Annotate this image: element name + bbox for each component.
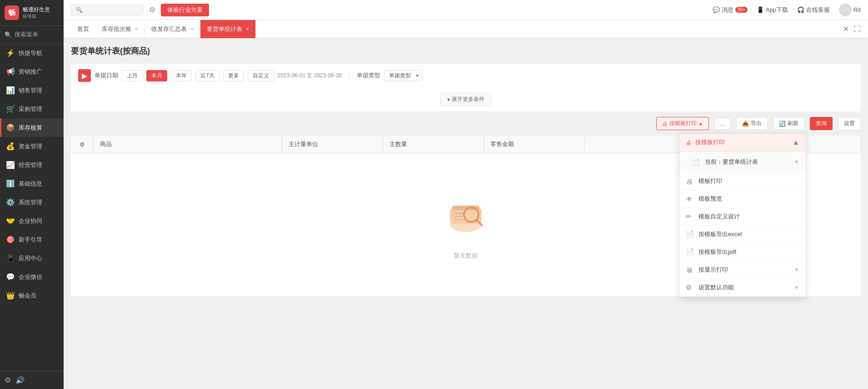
sidebar-item-purchase[interactable]: 🛒 采购管理 — [0, 100, 64, 118]
trial-btn[interactable]: 体验行业方案 — [161, 4, 209, 16]
tab-batch[interactable]: 库存批次账 × — [95, 20, 145, 38]
settings-footer-icon[interactable]: ⚙ — [5, 376, 11, 384]
topbar-gear-icon[interactable]: ⚙ — [149, 5, 155, 14]
current-template-arrow: ▼ — [794, 159, 799, 165]
username-label: Rit — [853, 6, 861, 13]
more-options-btn[interactable]: ... — [714, 118, 731, 130]
export-btn[interactable]: 📤 导出 — [736, 117, 768, 130]
refresh-btn[interactable]: 🔄 刷新 — [773, 117, 804, 130]
template-print-icon: 🖨 — [686, 177, 694, 185]
query-label: 查询 — [816, 120, 827, 127]
app-download-btn[interactable]: 📱 App下载 — [757, 6, 788, 14]
template-custom-item[interactable]: ✏ 模板自定义设计 — [679, 208, 806, 226]
th-product: 商品 — [94, 136, 282, 153]
print-dropdown-title-text: 按模板打印 — [695, 138, 725, 147]
filter-expand-icon[interactable]: ▶ — [78, 69, 91, 82]
print-btn[interactable]: 🖨 按模板打印 ▲ — [656, 117, 709, 130]
online-service-btn[interactable]: 🎧 在线客服 — [797, 6, 830, 14]
sidebar-item-newbie[interactable]: 🎯 新手引导 — [0, 230, 64, 249]
main-content: 🔍 ⚙ 体验行业方案 💬 消息 99+ 📱 App下载 🎧 在线客服 Rit — [64, 0, 868, 389]
tabbar: 首页 库存批次账 × 收发存汇总表 × 要货单统计表 × ✕ ⛶ — [64, 20, 868, 38]
sidebar-item-finance[interactable]: 💰 资金管理 — [0, 137, 64, 156]
print-dropdown-title-icon: 🖨 — [686, 139, 692, 146]
tab-receivable-close[interactable]: × — [190, 26, 194, 32]
topbar-right: 💬 消息 99+ 📱 App下载 🎧 在线客服 Rit — [713, 4, 861, 16]
sound-footer-icon[interactable]: 🔊 — [15, 376, 25, 384]
message-badge: 99+ — [735, 7, 748, 13]
date-prev-btn[interactable]: 上月 — [122, 70, 143, 81]
window-expand-icon[interactable]: ⛶ — [853, 25, 861, 33]
sidebar-item-member[interactable]: 👑 畅会员 — [0, 286, 64, 305]
tab-order-stat-close[interactable]: × — [246, 26, 249, 32]
sidebar-item-quicknav[interactable]: ⚡ 快捷导航 — [0, 44, 64, 62]
topbar-search[interactable]: 🔍 — [71, 5, 144, 15]
query-btn[interactable]: 查询 — [810, 117, 833, 130]
message-btn[interactable]: 💬 消息 99+ — [713, 6, 748, 14]
sidebar-item-system[interactable]: ⚙️ 系统管理 — [0, 193, 64, 212]
export-label: 导出 — [751, 120, 762, 127]
order-type-label: 单据类型 — [357, 71, 380, 80]
app-name: 畅通好生意 — [23, 6, 50, 14]
sidebar-search[interactable]: 🔍 搜索菜单 — [0, 26, 64, 44]
wechat-icon: 💬 — [6, 273, 15, 281]
tab-home[interactable]: 首页 — [71, 20, 95, 38]
online-service-icon: 🎧 — [797, 6, 804, 13]
sidebar-item-basic[interactable]: ℹ️ 基础信息 — [0, 174, 64, 193]
template-print-label: 模板打印 — [698, 177, 722, 185]
purchase-icon: 🛒 — [6, 105, 15, 113]
sidebar-logo: 畅 畅通好生意 标准版 — [0, 0, 64, 26]
template-preview-item[interactable]: 👁 模板预览 — [679, 190, 806, 208]
sidebar-item-sales[interactable]: 📊 销售管理 — [0, 81, 64, 100]
expand-more-btn[interactable]: ▾ 展开更多条件 — [440, 93, 491, 106]
date-custom-btn[interactable]: 自定义 — [248, 70, 274, 81]
window-close-icon[interactable]: ✕ — [843, 25, 849, 33]
tab-order-stat[interactable]: 要货单统计表 × — [200, 20, 256, 38]
operations-label: 经营管理 — [19, 161, 42, 169]
print-dropdown-close-icon[interactable]: ▲ — [792, 138, 799, 147]
print-dropdown: 🖨 按模板打印 ▲ 📄 当前：要货单统计表 ▼ 🖨 模板打印 — [679, 133, 806, 297]
sidebar-item-marketing[interactable]: 📢 营销推广 — [0, 62, 64, 81]
tab-receivable[interactable]: 收发存汇总表 × — [145, 20, 200, 38]
window-controls: ✕ ⛶ — [843, 25, 861, 33]
current-template-item[interactable]: 📄 当前：要货单统计表 ▼ — [686, 154, 806, 170]
sidebar-item-wechat[interactable]: 💬 企业微信 — [0, 268, 64, 286]
template-pdf-item[interactable]: 📄 按模板导出pdf — [679, 243, 806, 261]
search-icon: 🔍 — [5, 31, 12, 38]
default-func-item[interactable]: ⚙ 设置默认功能 ▼ — [679, 279, 806, 297]
date-year-btn[interactable]: 本年 — [171, 70, 192, 81]
display-print-item[interactable]: 🖥 按显示打印 ▼ — [679, 261, 806, 279]
date-more-btn[interactable]: 更多 — [223, 70, 244, 81]
inventory-label: 库存核算 — [19, 124, 42, 132]
template-excel-item[interactable]: 📄 按模板导出excel — [679, 226, 806, 243]
sidebar-item-inventory[interactable]: 📦 库存核算 — [0, 118, 64, 137]
more-options-label: ... — [720, 121, 725, 127]
empty-illustration — [439, 190, 493, 244]
date-7days-btn[interactable]: 近7天 — [195, 70, 219, 81]
topbar-search-icon: 🔍 — [76, 7, 83, 13]
print-label: 按模板打印 — [669, 120, 697, 127]
message-icon: 💬 — [713, 6, 720, 13]
empty-text: 暂无数据 — [454, 252, 478, 260]
date-current-btn[interactable]: 本月 — [146, 70, 167, 81]
sidebar-item-collab[interactable]: 🤝 企业协同 — [0, 212, 64, 230]
th-settings[interactable]: ⚙ — [71, 136, 94, 152]
default-func-label: 设置默认功能 — [698, 283, 734, 292]
settings-btn[interactable]: 设置 — [838, 117, 861, 130]
print-dropdown-header[interactable]: 🖨 按模板打印 ▲ — [679, 134, 806, 152]
sidebar-item-appstore[interactable]: 📱 应用中心 — [0, 249, 64, 268]
order-type-select[interactable]: 单据类型 — [384, 70, 422, 81]
th-retail: 零售金额 — [484, 136, 585, 153]
user-avatar-btn[interactable]: Rit — [839, 4, 861, 16]
refresh-label: 刷新 — [788, 120, 798, 127]
marketing-icon: 📢 — [6, 67, 15, 76]
app-name-block: 畅通好生意 标准版 — [23, 6, 50, 20]
member-icon: 👑 — [6, 291, 15, 300]
template-print-item[interactable]: 🖨 模板打印 — [679, 172, 806, 190]
default-func-arrow: ▼ — [794, 284, 799, 291]
tab-order-stat-label: 要货单统计表 — [207, 25, 242, 33]
newbie-icon: 🎯 — [6, 235, 15, 244]
message-label: 消息 — [722, 6, 733, 14]
settings-label: 设置 — [844, 120, 855, 127]
sidebar-item-operations[interactable]: 📈 经营管理 — [0, 156, 64, 174]
tab-batch-close[interactable]: × — [135, 26, 138, 32]
